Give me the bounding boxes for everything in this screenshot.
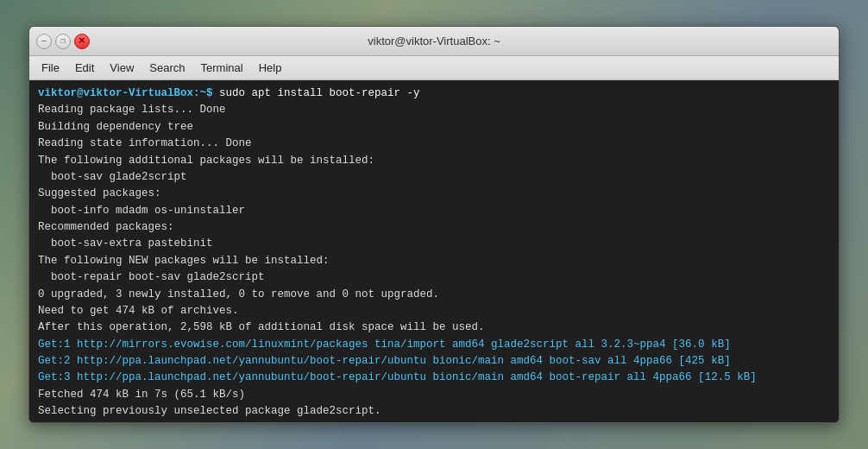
- close-button[interactable]: [74, 34, 90, 49]
- terminal-line: 0 upgraded, 3 newly installed, 0 to remo…: [38, 287, 830, 303]
- output-line: (Reading database ... 286734 files and d…: [38, 422, 504, 423]
- output-line: The following additional packages will b…: [38, 155, 374, 167]
- output-line: Recommended packages:: [38, 221, 174, 233]
- command-text: sudo apt install boot-repair -y: [213, 87, 420, 99]
- terminal-line: Need to get 474 kB of archives.: [38, 303, 830, 319]
- terminal-line: Get:1 http://mirrors.evowise.com/linuxmi…: [38, 337, 830, 353]
- terminal-line: The following NEW packages will be insta…: [38, 253, 830, 269]
- maximize-button[interactable]: ❐: [55, 34, 71, 49]
- terminal-line: (Reading database ... 286734 files and d…: [38, 421, 830, 423]
- minimize-icon: −: [41, 36, 47, 47]
- menu-view[interactable]: View: [103, 60, 141, 76]
- terminal-line: Selecting previously unselected package …: [38, 403, 830, 420]
- output-line: Reading package lists... Done: [38, 104, 226, 116]
- menu-edit[interactable]: Edit: [68, 60, 101, 76]
- menu-bar: File Edit View Search Terminal Help: [29, 56, 839, 80]
- terminal-line: boot-sav glade2script: [38, 169, 830, 186]
- terminal-output[interactable]: viktor@viktor-VirtualBox:~$ sudo apt ins…: [29, 80, 839, 422]
- output-line: After this operation, 2,598 kB of additi…: [38, 321, 485, 333]
- window-controls: − ❐: [36, 34, 90, 49]
- output-line: boot-sav glade2script: [38, 171, 187, 183]
- output-line: boot-repair boot-sav glade2script: [38, 271, 265, 283]
- menu-file[interactable]: File: [35, 60, 66, 76]
- terminal-line: Get:2 http://ppa.launchpad.net/yannubunt…: [38, 353, 830, 370]
- url-line: Get:2 http://ppa.launchpad.net/yannubunt…: [38, 355, 731, 367]
- output-line: Need to get 474 kB of archives.: [38, 305, 239, 317]
- output-line: The following NEW packages will be insta…: [38, 255, 330, 267]
- prompt-path: :~$: [193, 87, 213, 99]
- terminal-line: Recommended packages:: [38, 219, 830, 236]
- output-line: 0 upgraded, 3 newly installed, 0 to remo…: [38, 288, 439, 300]
- minimize-button[interactable]: −: [36, 34, 52, 49]
- title-bar: − ❐ viktor@viktor-VirtualBox: ~: [29, 27, 839, 56]
- terminal-window: − ❐ viktor@viktor-VirtualBox: ~ File Edi…: [28, 26, 840, 423]
- menu-terminal[interactable]: Terminal: [194, 60, 250, 76]
- terminal-line: Fetched 474 kB in 7s (65.1 kB/s): [38, 387, 830, 403]
- window-title: viktor@viktor-VirtualBox: ~: [368, 35, 500, 47]
- terminal-line: The following additional packages will b…: [38, 153, 830, 169]
- terminal-line: After this operation, 2,598 kB of additi…: [38, 319, 830, 336]
- output-line: Fetched 474 kB in 7s (65.1 kB/s): [38, 389, 245, 401]
- prompt-user: viktor@viktor-VirtualBox: [38, 87, 193, 99]
- menu-search[interactable]: Search: [142, 60, 192, 76]
- terminal-line: boot-sav-extra pastebinit: [38, 236, 830, 252]
- terminal-line: Get:3 http://ppa.launchpad.net/yannubunt…: [38, 370, 830, 386]
- terminal-line: boot-info mdadm os-uninstaller: [38, 203, 830, 219]
- output-line: boot-sav-extra pastebinit: [38, 237, 213, 250]
- output-line: boot-info mdadm os-uninstaller: [38, 205, 245, 217]
- terminal-line: Suggested packages:: [38, 186, 830, 202]
- terminal-line: Reading state information... Done: [38, 136, 830, 152]
- output-line: Reading state information... Done: [38, 137, 252, 149]
- terminal-line: boot-repair boot-sav glade2script: [38, 269, 830, 286]
- output-line: Selecting previously unselected package …: [38, 405, 381, 417]
- url-line: Get:1 http://mirrors.evowise.com/linuxmi…: [38, 338, 731, 351]
- maximize-icon: ❐: [60, 36, 65, 46]
- menu-help[interactable]: Help: [252, 60, 289, 76]
- terminal-line: Reading package lists... Done: [38, 102, 830, 118]
- terminal-line: Building dependency tree: [38, 119, 830, 136]
- output-line: Building dependency tree: [38, 121, 193, 133]
- terminal-line: viktor@viktor-VirtualBox:~$ sudo apt ins…: [38, 85, 830, 102]
- url-line: Get:3 http://ppa.launchpad.net/yannubunt…: [38, 371, 757, 383]
- output-line: Suggested packages:: [38, 187, 161, 199]
- desktop-background: − ❐ viktor@viktor-VirtualBox: ~ File Edi…: [0, 0, 868, 449]
